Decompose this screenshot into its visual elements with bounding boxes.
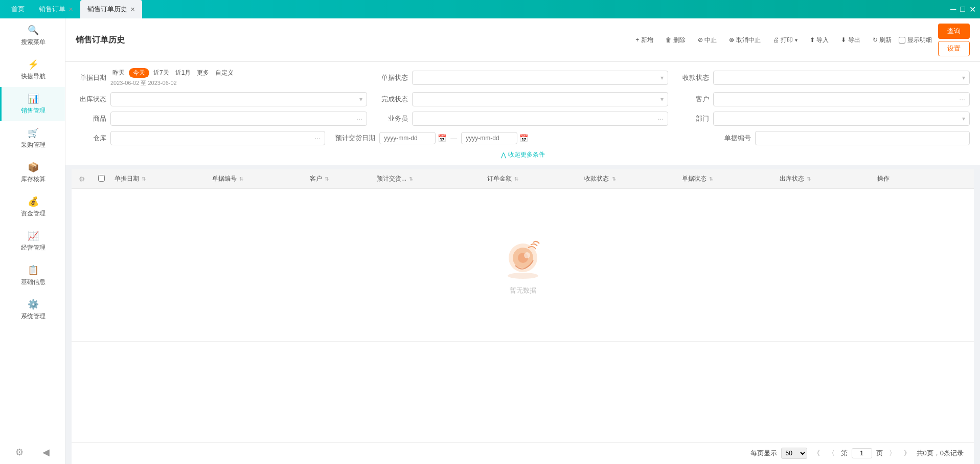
pay-status-label: 收款状态 xyxy=(678,73,709,82)
date-yesterday[interactable]: 昨天 xyxy=(110,68,127,78)
th-amount: 订单金额 ⇅ xyxy=(483,169,581,189)
top-bar: 首页 销售订单 ✕ 销售订单历史 ✕ ─ □ ✕ xyxy=(0,0,980,18)
last-page-btn[interactable]: 》 xyxy=(902,448,913,459)
data-table: ⚙ 单据日期 ⇅ 单据编号 ⇅ xyxy=(72,169,974,342)
salesman-control[interactable]: ··· xyxy=(412,112,669,126)
sort-amount[interactable]: ⇅ xyxy=(514,176,518,182)
sales-mgmt-icon: 📊 xyxy=(28,93,39,104)
dept-arrow: ▾ xyxy=(962,115,965,122)
sort-bill-status[interactable]: ⇅ xyxy=(709,176,713,182)
tab-sales-order[interactable]: 销售订单 ✕ xyxy=(32,0,80,18)
select-all-checkbox[interactable] xyxy=(98,175,105,182)
table-settings-gear[interactable]: ⚙ xyxy=(79,175,85,183)
sort-customer[interactable]: ⇅ xyxy=(325,176,329,182)
bill-status-control[interactable]: ▾ xyxy=(412,71,669,85)
prev-page-btn[interactable]: 〈 xyxy=(826,448,837,459)
sidebar: 🔍 搜索菜单 ⚡ 快捷导航 📊 销售管理 🛒 采购管理 📦 库存核算 💰 资金管… xyxy=(0,18,65,464)
inventory-icon: 📦 xyxy=(28,162,39,173)
basic-info-icon: 📋 xyxy=(28,264,39,276)
search-menu-icon: 🔍 xyxy=(28,25,39,36)
empty-row: 暂无数据 xyxy=(72,189,974,342)
sort-date[interactable]: ⇅ xyxy=(142,176,146,182)
pagination: 每页显示 50 10 20 100 《 〈 第 页 〉 》 共0页，0条记录 xyxy=(72,442,974,464)
close-tab-sales-order-history[interactable]: ✕ xyxy=(130,6,135,13)
sort-delivery[interactable]: ⇅ xyxy=(409,176,413,182)
pay-status-control[interactable]: ▾ xyxy=(713,71,970,85)
sort-out-status[interactable]: ⇅ xyxy=(807,176,811,182)
maximize-btn[interactable]: □ xyxy=(960,5,965,14)
bill-status-arrow: ▾ xyxy=(660,74,664,81)
complete-status-label: 完成状态 xyxy=(377,95,408,104)
sidebar-item-purchase-mgmt[interactable]: 🛒 采购管理 xyxy=(0,121,65,156)
operations-icon: 📈 xyxy=(28,230,39,241)
sidebar-item-basic-info[interactable]: 📋 基础信息 xyxy=(0,258,65,293)
table-container: ⚙ 单据日期 ⇅ 单据编号 ⇅ xyxy=(72,169,974,442)
window-close-btn[interactable]: ✕ xyxy=(969,5,976,14)
sidebar-settings-icon[interactable]: ⚙ xyxy=(15,447,24,458)
th-date: 单据日期 ⇅ xyxy=(110,169,208,189)
minimize-btn[interactable]: ─ xyxy=(950,5,956,14)
cancel-stop-button[interactable]: ⊗ 取消中止 xyxy=(724,33,765,47)
calendar-from-icon[interactable]: 📅 xyxy=(438,134,446,142)
settings-button[interactable]: 设置 xyxy=(938,41,970,56)
goods-control[interactable]: ··· xyxy=(110,112,367,126)
svg-point-4 xyxy=(524,252,530,258)
sort-pay-status[interactable]: ⇅ xyxy=(612,176,616,182)
date-7days[interactable]: 近7天 xyxy=(151,68,171,78)
complete-status-control[interactable]: ▾ xyxy=(412,92,669,106)
first-page-btn[interactable]: 《 xyxy=(811,448,822,459)
date-more[interactable]: 更多 xyxy=(195,68,211,78)
sidebar-item-search-menu[interactable]: 🔍 搜索菜单 xyxy=(0,18,65,53)
empty-illustration xyxy=(497,235,549,286)
tab-home[interactable]: 首页 xyxy=(4,0,32,18)
stop-button[interactable]: ⊘ 中止 xyxy=(693,33,722,47)
sort-no[interactable]: ⇅ xyxy=(239,176,243,182)
tab-sales-order-history[interactable]: 销售订单历史 ✕ xyxy=(80,0,142,18)
dept-control[interactable]: ▾ xyxy=(713,112,970,126)
filter-order-no: 单据编号 xyxy=(720,131,970,145)
delivery-date-from[interactable] xyxy=(379,132,436,144)
customer-control[interactable]: ··· xyxy=(713,92,970,106)
collapse-icon: ⋀ xyxy=(501,151,506,159)
refresh-button[interactable]: ↻ 刷新 xyxy=(868,33,897,47)
date-today-active[interactable]: 今天 xyxy=(129,68,149,78)
next-page-btn[interactable]: 〉 xyxy=(887,448,898,459)
toolbar: + 新增 🗑 删除 ⊘ 中止 ⊗ 取消中止 🖨 打印 ⬆ 导入 ⬇ 导出 ↻ 刷… xyxy=(630,24,970,56)
sidebar-item-sales-mgmt[interactable]: 📊 销售管理 xyxy=(0,87,65,121)
sidebar-item-finance[interactable]: 💰 资金管理 xyxy=(0,190,65,224)
page-input[interactable] xyxy=(852,448,872,458)
import-button[interactable]: ⬆ 导入 xyxy=(805,33,834,47)
out-status-control[interactable]: ▾ xyxy=(110,92,367,106)
per-page-select[interactable]: 50 10 20 100 xyxy=(781,448,807,459)
new-button[interactable]: + 新增 xyxy=(630,33,658,47)
sidebar-item-inventory[interactable]: 📦 库存核算 xyxy=(0,156,65,190)
out-status-arrow: ▾ xyxy=(359,96,362,103)
filter-customer: 客户 ··· xyxy=(678,92,970,106)
warehouse-control[interactable]: ··· xyxy=(110,131,325,145)
filter-dept: 部门 ▾ xyxy=(678,112,970,126)
export-button[interactable]: ⬇ 导出 xyxy=(836,33,865,47)
filter-row-4: 仓库 ··· 预计交货日期 📅 — 📅 xyxy=(76,131,970,145)
th-out-status: 出库状态 ⇅ xyxy=(776,169,873,189)
calendar-to-icon[interactable]: 📅 xyxy=(519,134,528,142)
content-header: 销售订单历史 + 新增 🗑 删除 ⊘ 中止 ⊗ 取消中止 🖨 打印 ⬆ 导入 ⬇… xyxy=(65,18,980,62)
date-1month[interactable]: 近1月 xyxy=(173,68,193,78)
sidebar-item-system-mgmt[interactable]: ⚙️ 系统管理 xyxy=(0,293,65,327)
delivery-date-to[interactable] xyxy=(461,132,517,144)
close-tab-sales-order[interactable]: ✕ xyxy=(69,6,73,13)
display-checkbox[interactable] xyxy=(899,37,905,43)
date-custom[interactable]: 自定义 xyxy=(213,68,236,78)
goods-dots: ··· xyxy=(356,115,362,123)
quick-nav-icon: ⚡ xyxy=(28,59,39,70)
th-delivery: 预计交货... ⇅ xyxy=(373,169,483,189)
print-button[interactable]: 🖨 打印 xyxy=(768,33,803,47)
order-no-control[interactable] xyxy=(755,131,970,145)
collapse-button[interactable]: ⋀ 收起更多条件 xyxy=(501,150,545,159)
sidebar-item-quick-nav[interactable]: ⚡ 快捷导航 xyxy=(0,53,65,87)
delete-button[interactable]: 🗑 删除 xyxy=(660,33,691,47)
page-title: 销售订单历史 xyxy=(76,35,125,46)
query-button[interactable]: 查询 xyxy=(938,24,970,39)
sidebar-collapse-icon[interactable]: ◀ xyxy=(42,447,50,458)
salesman-dots: ··· xyxy=(658,115,664,123)
sidebar-item-operations[interactable]: 📈 经营管理 xyxy=(0,224,65,258)
